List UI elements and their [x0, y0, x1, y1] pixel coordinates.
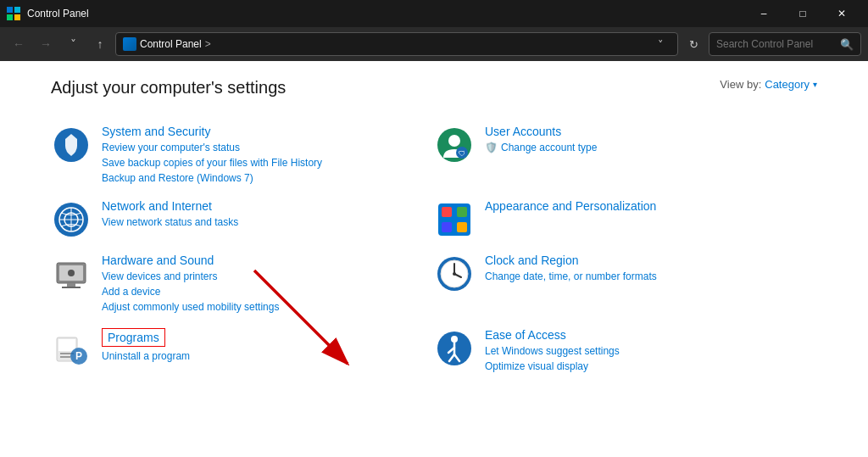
- app-icon: [7, 7, 20, 20]
- appearance-content: Appearance and Personalization: [485, 199, 817, 215]
- svg-text:🛡: 🛡: [459, 150, 465, 158]
- ease-icon: [434, 328, 475, 369]
- appearance-title[interactable]: Appearance and Personalization: [485, 199, 817, 213]
- svg-rect-0: [7, 7, 13, 13]
- category-network: Network and Internet View network status…: [51, 192, 434, 247]
- hardware-title[interactable]: Hardware and Sound: [102, 254, 434, 267]
- address-dropdown-button[interactable]: ˅: [650, 32, 670, 56]
- shield-badge-icon: 🛡️: [485, 142, 498, 153]
- network-link-1[interactable]: View network status and tasks: [102, 215, 434, 230]
- user-accounts-content: User Accounts 🛡️ Change account type: [485, 125, 817, 155]
- svg-rect-1: [14, 7, 20, 13]
- refresh-button[interactable]: ↻: [682, 32, 705, 56]
- category-appearance: Appearance and Personalization: [434, 192, 817, 247]
- network-content: Network and Internet View network status…: [102, 199, 434, 230]
- address-right: ˅: [650, 32, 670, 56]
- hardware-link-1[interactable]: View devices and printers: [102, 269, 434, 284]
- hardware-content: Hardware and Sound View devices and prin…: [102, 254, 434, 315]
- view-by-control: View by: Category ▾: [720, 78, 817, 91]
- hardware-link-2[interactable]: Add a device: [102, 284, 434, 299]
- title-bar: Control Panel – □ ✕: [0, 0, 868, 27]
- window-controls: – □ ✕: [744, 0, 861, 27]
- clock-title[interactable]: Clock and Region: [485, 254, 817, 267]
- category-clock: Clock and Region Change date, time, or n…: [434, 247, 817, 321]
- programs-icon: P: [51, 328, 92, 369]
- system-security-link-3[interactable]: Backup and Restore (Windows 7): [102, 170, 434, 186]
- view-by-value[interactable]: Category: [765, 78, 810, 91]
- user-accounts-icon: 🛡: [434, 125, 475, 165]
- up-button[interactable]: ↑: [88, 32, 112, 56]
- minimize-button[interactable]: –: [744, 0, 783, 27]
- svg-rect-2: [7, 14, 13, 20]
- recent-locations-button[interactable]: ˅: [61, 32, 85, 56]
- svg-rect-32: [60, 356, 70, 358]
- content-wrapper: System and Security Review your computer…: [51, 118, 817, 381]
- category-hardware: Hardware and Sound View devices and prin…: [51, 247, 434, 321]
- system-security-icon: [51, 125, 92, 165]
- user-accounts-link-1[interactable]: Change account type: [501, 140, 597, 155]
- svg-text:P: P: [75, 350, 82, 362]
- hardware-link-3[interactable]: Adjust commonly used mobility settings: [102, 299, 434, 315]
- user-accounts-title[interactable]: User Accounts: [485, 125, 817, 138]
- svg-rect-16: [457, 207, 467, 217]
- search-field[interactable]: 🔍: [709, 32, 861, 56]
- svg-rect-3: [14, 14, 20, 20]
- ease-content: Ease of Access Let Windows suggest setti…: [485, 328, 817, 374]
- svg-point-23: [68, 270, 75, 276]
- category-user-accounts: 🛡 User Accounts 🛡️ Change account type: [434, 118, 817, 192]
- folder-icon: [123, 37, 136, 51]
- clock-content: Clock and Region Change date, time, or n…: [485, 254, 817, 284]
- main-content: Adjust your computer's settings View by:…: [0, 61, 868, 457]
- system-security-content: System and Security Review your computer…: [102, 125, 434, 186]
- address-bar: ← → ˅ ↑ Control Panel > ˅ ↻ 🔍: [0, 27, 868, 61]
- view-by-label: View by:: [720, 78, 761, 91]
- svg-rect-18: [457, 222, 467, 232]
- clock-link-1[interactable]: Change date, time, or number formats: [485, 269, 817, 284]
- categories-grid: System and Security Review your computer…: [51, 118, 817, 381]
- programs-title[interactable]: Programs: [102, 328, 165, 347]
- category-programs: P Programs Uninstall a program: [51, 321, 434, 381]
- category-system-security: System and Security Review your computer…: [51, 118, 434, 192]
- ease-title[interactable]: Ease of Access: [485, 328, 817, 342]
- network-title[interactable]: Network and Internet: [102, 199, 434, 213]
- maximize-button[interactable]: □: [783, 0, 822, 27]
- network-icon: [51, 199, 92, 240]
- svg-rect-30: [58, 339, 75, 351]
- search-input[interactable]: [716, 38, 837, 50]
- svg-rect-21: [67, 283, 75, 287]
- svg-point-6: [448, 135, 460, 147]
- category-ease: Ease of Access Let Windows suggest setti…: [434, 321, 817, 381]
- breadcrumb-control-panel[interactable]: Control Panel: [140, 38, 202, 50]
- svg-point-28: [453, 272, 456, 276]
- page-title: Adjust your computer's settings: [51, 78, 286, 98]
- view-by-arrow-icon[interactable]: ▾: [813, 80, 817, 89]
- svg-rect-15: [442, 207, 452, 217]
- appearance-icon: [434, 199, 475, 240]
- system-security-title[interactable]: System and Security: [102, 125, 434, 138]
- page-header: Adjust your computer's settings View by:…: [51, 78, 817, 98]
- svg-rect-17: [442, 222, 452, 232]
- programs-content: Programs Uninstall a program: [102, 328, 434, 364]
- address-field[interactable]: Control Panel > ˅: [115, 32, 678, 56]
- ease-link-2[interactable]: Optimize visual display: [485, 359, 817, 374]
- system-security-link-1[interactable]: Review your computer's status: [102, 140, 434, 155]
- programs-link-1[interactable]: Uninstall a program: [102, 348, 434, 364]
- svg-rect-22: [62, 287, 81, 288]
- ease-link-1[interactable]: Let Windows suggest settings: [485, 343, 817, 359]
- forward-button[interactable]: →: [34, 32, 58, 56]
- close-button[interactable]: ✕: [822, 0, 861, 27]
- window-title: Control Panel: [27, 8, 744, 20]
- breadcrumb: Control Panel >: [140, 38, 647, 50]
- back-button[interactable]: ←: [7, 32, 31, 56]
- clock-icon: [434, 254, 475, 294]
- system-security-link-2[interactable]: Save backup copies of your files with Fi…: [102, 155, 434, 170]
- hardware-icon: [51, 254, 92, 294]
- search-icon: 🔍: [840, 38, 854, 51]
